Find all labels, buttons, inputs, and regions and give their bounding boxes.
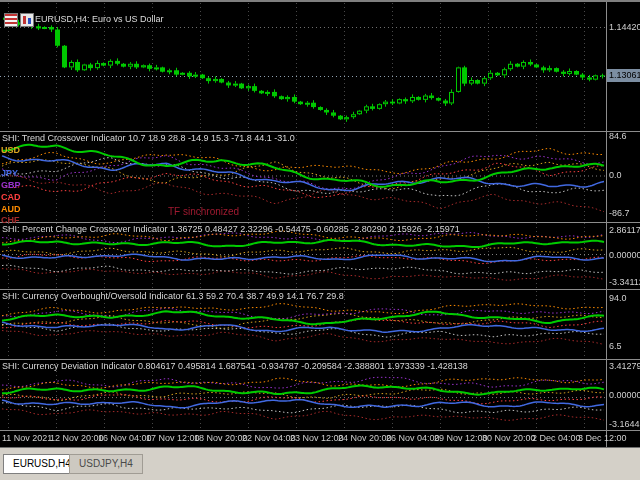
- time-tick: 2 Dec 04:00: [532, 433, 581, 443]
- price-scale-high: 1.14420: [609, 22, 640, 32]
- time-tick: 24 Nov 20:00: [338, 433, 392, 443]
- time-tick: 22 Nov 04:00: [242, 433, 296, 443]
- p2-scale-top: 2.86117: [609, 225, 640, 235]
- currency-label-cad: CAD: [1, 192, 21, 202]
- p1-scale-bottom: -86.7: [609, 208, 630, 218]
- currency-label-jpy: JPY: [1, 168, 18, 178]
- panel-title-trend-crossover: SHI: Trend Crossover Indicator 10.7 18.9…: [2, 133, 295, 143]
- mt4-chart-window: EURUSD,H4: Euro vs US Dollar SHI: Trend …: [0, 0, 640, 480]
- p4-scale-bottom: -3.164465: [609, 419, 640, 429]
- panel-title-overbought-oversold: SHI: Currency Overbought/Oversold Indica…: [2, 291, 344, 301]
- current-bid-price-box: 1.13061: [607, 69, 640, 82]
- chart-tab-bar: EURUSD,H4 USDJPY,H4: [0, 447, 640, 480]
- time-tick: 3 Dec 12:00: [578, 433, 627, 443]
- time-tick: 30 Nov 20:00: [482, 433, 536, 443]
- time-tick: 16 Nov 04:00: [98, 433, 152, 443]
- time-tick: 12 Nov 20:00: [50, 433, 104, 443]
- time-tick: 26 Nov 04:00: [386, 433, 440, 443]
- time-tick: 18 Nov 20:00: [194, 433, 248, 443]
- p1-scale-mid: 0.0: [609, 170, 622, 180]
- p4-scale-mid: 0.000000: [609, 390, 640, 400]
- time-tick: 17 Nov 12:00: [146, 433, 200, 443]
- p3-scale-top: 94.0: [609, 293, 627, 303]
- currency-label-gbp: GBP: [1, 180, 21, 190]
- journal-icon: [4, 13, 18, 27]
- candlestick-icon: [20, 13, 34, 27]
- p3-scale-bottom: 6.5: [609, 341, 622, 351]
- symbol-title: EURUSD,H4: Euro vs US Dollar: [35, 14, 164, 24]
- panel-title-percent-change: SHI: Percent Change Crossover Indicator …: [2, 224, 460, 234]
- currency-label-usd: USD: [1, 145, 20, 155]
- time-tick: 23 Nov 12:00: [290, 433, 344, 443]
- currency-label-aud: AUD: [1, 204, 21, 214]
- p2-scale-mid: 0.00000: [609, 250, 640, 260]
- p2-scale-bottom: -3.34112: [609, 277, 640, 287]
- panel-title-currency-deviation: SHI: Currency Deviation Indicator 0.8046…: [2, 361, 468, 371]
- tf-synchronized-label: TF sinchronized: [168, 206, 239, 217]
- time-tick: 11 Nov 2021: [2, 433, 52, 443]
- currency-label-chf: CHF: [1, 215, 20, 225]
- p1-scale-top: 84.6: [609, 131, 627, 141]
- time-tick: 29 Nov 12:00: [434, 433, 488, 443]
- p4-scale-top: 3.412799: [609, 361, 640, 371]
- tab-usdjpy-h4[interactable]: USDJPY,H4: [69, 454, 143, 474]
